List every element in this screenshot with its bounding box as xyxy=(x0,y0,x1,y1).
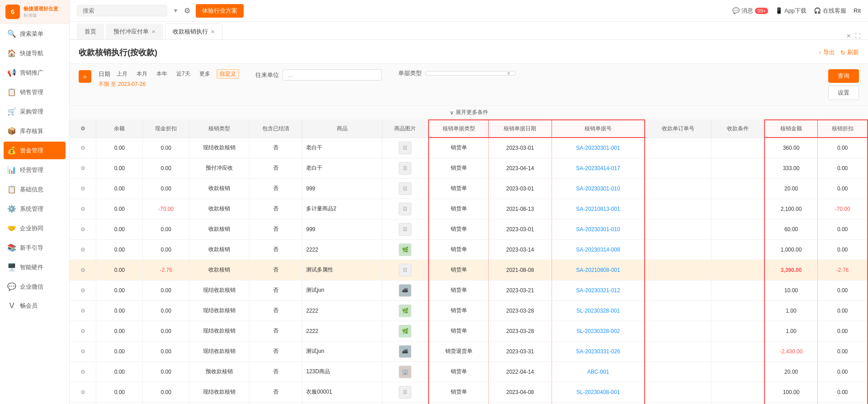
bill-no-link[interactable]: SA-20210813-001 xyxy=(576,206,620,212)
date-last-month[interactable]: 上月 xyxy=(114,69,130,79)
sidebar-item-wechat[interactable]: 💬企业微信 xyxy=(0,277,69,296)
bill-no-link[interactable]: SA-20230301-010 xyxy=(576,185,620,192)
from-unit-input[interactable]: ... xyxy=(283,69,382,81)
row-settings-icon[interactable]: ⚙ xyxy=(80,185,85,192)
row-settings-icon[interactable]: ⚙ xyxy=(80,226,85,233)
cell-include_settled: 否 xyxy=(249,361,302,382)
online-service-area[interactable]: 🎧 在线客服 xyxy=(814,7,846,15)
sidebar-item-newbie[interactable]: 📚新手引导 xyxy=(0,238,69,257)
tab-首页[interactable]: 首页 xyxy=(77,24,104,39)
search-input[interactable] xyxy=(77,5,167,16)
filter-settings-button[interactable]: 设置 xyxy=(828,86,859,100)
table-row: ⚙0.000.00预收款核销否123D商品🏢销货单2022-04-14ABC-0… xyxy=(70,361,868,382)
main-table: ⚙余额现金折扣核销类型包含已结清商品商品图片核销单据类型核销单据日期核销单据号收… xyxy=(70,119,868,404)
sidebar-item-hardware[interactable]: 🖥️智能硬件 xyxy=(0,257,69,277)
tab-收款核销执行[interactable]: 收款核销执行✕ xyxy=(165,24,222,39)
sidebar-item-operations[interactable]: 📊经营管理 xyxy=(0,160,69,180)
sidebar-item-system[interactable]: ⚙️系统管理 xyxy=(0,199,69,219)
date-this-year[interactable]: 本年 xyxy=(154,69,170,79)
refresh-button[interactable]: ↻ 刷新 xyxy=(840,48,859,57)
sidebar-item-enterprise[interactable]: 🤝企业协同 xyxy=(0,219,69,238)
row-settings-icon[interactable]: ⚙ xyxy=(80,145,85,151)
row-settings-icon[interactable]: ⚙ xyxy=(80,165,85,171)
row-settings-icon[interactable]: ⚙ xyxy=(80,369,85,375)
dropdown-arrow-icon: ▼ xyxy=(173,7,179,14)
settings-gear-icon[interactable]: ⚙ xyxy=(184,6,190,15)
date-custom[interactable]: 自定义 xyxy=(217,69,239,79)
row-settings-icon[interactable]: ⚙ xyxy=(80,328,85,334)
tabs-actions: ✕ ⛶ xyxy=(846,33,861,39)
sidebar-item-inventory[interactable]: 📦库存核算 xyxy=(0,121,69,141)
messages-area[interactable]: 💬 消息 99+ xyxy=(732,7,768,15)
date-this-month[interactable]: 本月 xyxy=(134,69,150,79)
bill-no-link[interactable]: SA-20230331-026 xyxy=(576,348,620,355)
bill-no-link[interactable]: SA-20210808-001 xyxy=(576,267,620,273)
cell-goods: 999 xyxy=(302,219,382,239)
sidebar-item-purchase[interactable]: 🛒采购管理 xyxy=(0,102,69,121)
product-image: 🖼 xyxy=(399,223,411,236)
cell-goods_image: 🖼 xyxy=(382,382,429,402)
sidebar-item-marketing[interactable]: 📢营销推广 xyxy=(0,63,69,82)
app-icon: 📱 xyxy=(775,7,783,14)
filter-expand-button[interactable]: » xyxy=(79,70,91,83)
sidebar-label-sales: 销售管理 xyxy=(20,88,43,96)
sidebar-icon-sales: 📋 xyxy=(7,88,16,96)
sidebar-icon-operations: 📊 xyxy=(7,166,16,174)
cell-verify_bill_no: SA-20230321-012 xyxy=(552,280,645,300)
bill-no-link[interactable]: SA-20230301-001 xyxy=(576,145,620,151)
cell-verify_amount: 3,390.00 xyxy=(764,260,818,280)
tab-预付冲应付单[interactable]: 预付冲应付单✕ xyxy=(106,24,163,39)
cell-goods: 2222 xyxy=(302,300,382,321)
cell-verify_discount: 0.00 xyxy=(818,402,868,404)
export-button[interactable]: ↑ 导出 xyxy=(819,48,835,57)
sidebar-item-sales[interactable]: 📋销售管理 xyxy=(0,82,69,102)
cell-cash_discount: 0.00 xyxy=(143,341,189,361)
tab-close-all-icon[interactable]: ✕ xyxy=(846,33,851,39)
receipt-type-select[interactable]: ▼ xyxy=(425,71,516,76)
query-button[interactable]: 查询 xyxy=(828,69,859,83)
sidebar-item-member[interactable]: V畅会员 xyxy=(0,296,69,315)
bill-no-link[interactable]: SL-20230328-002 xyxy=(576,328,620,334)
expand-more-bar[interactable]: ∨ 展开更多条件 xyxy=(70,106,868,119)
cell-goods: 多计量商品2 xyxy=(302,199,382,219)
industry-solution-button[interactable]: 体验行业方案 xyxy=(196,4,244,18)
cell-verify_bill_date: 2023-03-01 xyxy=(489,219,552,239)
export-icon: ↑ xyxy=(819,49,822,56)
sidebar-label-wechat: 企业微信 xyxy=(20,283,43,291)
sidebar-item-finance[interactable]: 💰资金管理 xyxy=(4,142,66,159)
bill-no-link[interactable]: SA-20230321-012 xyxy=(576,287,620,294)
cell-goods_image: 🏙 xyxy=(382,280,429,300)
cell-balance: 0.00 xyxy=(96,239,143,260)
col-header-verify_bill_type: 核销单据类型 xyxy=(429,120,488,138)
bill-no-link[interactable]: SL-20230408-001 xyxy=(576,389,620,395)
cell-verify_bill_no: SA-20230301-010 xyxy=(552,178,645,199)
row-settings-icon[interactable]: ⚙ xyxy=(80,206,85,212)
sidebar-item-quicknav[interactable]: 🏠快捷导航 xyxy=(0,43,69,63)
app-download-area[interactable]: 📱 App下载 xyxy=(775,7,807,15)
bill-no-link[interactable]: ABC-001 xyxy=(587,369,609,375)
row-settings-icon[interactable]: ⚙ xyxy=(80,267,85,273)
bill-no-link[interactable]: SA-20230414-017 xyxy=(576,165,620,171)
row-settings-icon[interactable]: ⚙ xyxy=(80,287,85,294)
date-last-7days[interactable]: 近7天 xyxy=(174,69,193,79)
tab-close-icon[interactable]: ✕ xyxy=(151,29,156,35)
cell-settings: ⚙ xyxy=(70,382,96,402)
tab-bar: 首页预付冲应付单✕收款核销执行✕ ✕ ⛶ xyxy=(70,22,868,40)
sidebar-icon-finance: 💰 xyxy=(7,146,16,155)
row-settings-icon[interactable]: ⚙ xyxy=(80,247,85,253)
row-settings-icon[interactable]: ⚙ xyxy=(80,389,85,395)
tab-expand-icon[interactable]: ⛶ xyxy=(855,33,861,39)
bill-no-link[interactable]: SL-20230328-001 xyxy=(576,308,620,314)
bill-no-link[interactable]: SA-20230301-010 xyxy=(576,226,620,233)
tab-close-icon[interactable]: ✕ xyxy=(211,29,215,35)
bill-no-link[interactable]: SA-20230314-008 xyxy=(576,247,620,253)
col-header-verify_discount: 核销折扣 xyxy=(818,120,868,138)
row-settings-icon[interactable]: ⚙ xyxy=(80,348,85,355)
date-more[interactable]: 更多 xyxy=(197,69,213,79)
sidebar-item-basic[interactable]: 📋基础信息 xyxy=(0,180,69,199)
row-settings-icon[interactable]: ⚙ xyxy=(80,308,85,314)
cell-verify_type: 收款核销 xyxy=(189,219,249,239)
sidebar-item-search[interactable]: 🔍搜索菜单 xyxy=(0,24,69,43)
user-name[interactable]: Rit xyxy=(854,7,861,14)
product-image: 🏙 xyxy=(399,345,411,358)
